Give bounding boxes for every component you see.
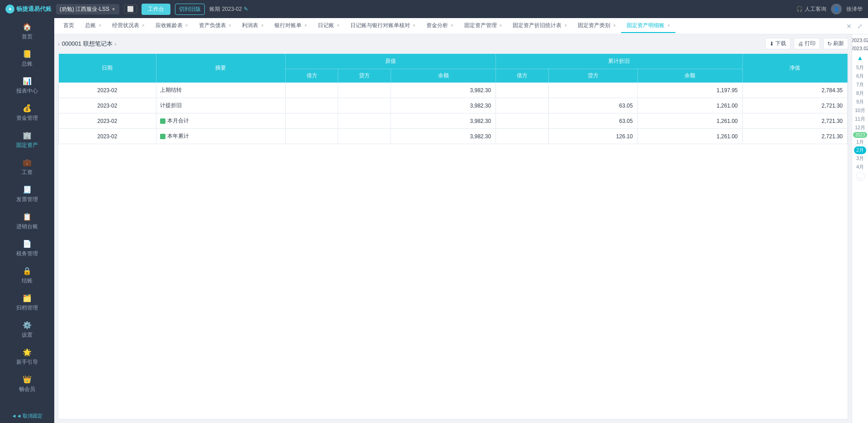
switch-version-button[interactable]: 切到旧版 <box>175 4 205 15</box>
cell-summary: 上期结转 <box>156 83 285 98</box>
tab-journal-close[interactable]: × <box>337 23 340 28</box>
user-avatar[interactable]: 👤 <box>831 4 842 14</box>
tab-ledger[interactable]: 总账 × <box>80 19 107 33</box>
tab-journal-bank-close[interactable]: × <box>413 23 415 28</box>
tab-fixed-mgmt[interactable]: 固定资产管理 × <box>459 19 508 33</box>
sidebar-label-close: 结账 <box>22 277 33 285</box>
tab-fixed-type[interactable]: 固定资产类别 × <box>572 19 621 33</box>
sidebar-item-fixed-assets[interactable]: 🏢 固定资产 <box>0 127 54 154</box>
col-accumulated-depreciation: 累计折旧 <box>496 54 743 69</box>
purchase-sales-icon: 📋 <box>23 212 32 221</box>
tab-bar-controls: ✕ ⤢ <box>844 22 864 31</box>
sidebar-item-home[interactable]: 🏠 首页 <box>0 18 54 45</box>
sidebar-item-reports[interactable]: 📊 报表中心 <box>0 72 54 99</box>
tab-fixed-mgmt-close[interactable]: × <box>500 23 502 28</box>
month-6[interactable]: 6月 <box>856 72 864 80</box>
cell-accum-balance: 1,261.00 <box>637 113 742 129</box>
month-11[interactable]: 11月 <box>855 115 865 123</box>
download-button[interactable]: ⬇ 下载 <box>765 38 790 49</box>
tab-fixed-type-close[interactable]: × <box>613 23 616 28</box>
tab-receivables-close[interactable]: × <box>185 23 188 28</box>
tab-fixed-type-label: 固定资产类别 <box>578 22 610 29</box>
tab-bar: 首页 总账 × 经营状况表 × 应收账龄表 × 资产负债表 × 利润表 × <box>54 18 868 34</box>
sidebar-item-archive[interactable]: 🗂️ 归档管理 <box>0 289 54 316</box>
month-3[interactable]: 3月 <box>856 154 864 163</box>
company-selector[interactable]: (劝勉) 江西服业-LSS ▼ <box>56 4 119 14</box>
tab-fixed-detail-close[interactable]: × <box>667 23 670 28</box>
workbench-button[interactable]: 工作台 <box>142 4 170 15</box>
tab-fixed-depr[interactable]: 固定资产折旧统计表 × <box>507 19 572 33</box>
tab-profit[interactable]: 利润表 × <box>236 19 269 33</box>
period-edit-icon[interactable]: ✎ <box>244 6 248 12</box>
sidebar-item-purchase-sales[interactable]: 📋 进销台账 <box>0 208 54 235</box>
sidebar-item-ledger[interactable]: 📒 总账 <box>0 45 54 72</box>
month-8[interactable]: 8月 <box>856 89 864 98</box>
tab-funds-analysis-label: 资金分析 <box>426 22 448 29</box>
tab-fixed-depr-close[interactable]: × <box>564 23 567 28</box>
sidebar-item-funds[interactable]: 💰 资金管理 <box>0 99 54 127</box>
refresh-button[interactable]: ↻ 刷新 <box>823 38 848 49</box>
service-label: 人工客询 <box>805 5 826 13</box>
tab-fixed-mgmt-label: 固定资产管理 <box>464 22 497 29</box>
month-10[interactable]: 10月 <box>855 106 865 115</box>
cell-orig-credit <box>338 83 391 98</box>
more-options-button[interactable]: … <box>856 172 865 181</box>
sidebar-item-settings[interactable]: ⚙️ 设置 <box>0 316 54 343</box>
ledger-icon: 📒 <box>23 50 32 58</box>
tab-funds-analysis-close[interactable]: × <box>451 23 453 28</box>
year-label-1[interactable]: 2023.02 <box>852 36 868 44</box>
cell-accum-debit <box>496 83 549 98</box>
tab-receivables[interactable]: 应收账龄表 × <box>150 19 193 33</box>
tab-close-all-icon[interactable]: ✕ <box>844 22 854 31</box>
tab-fixed-detail[interactable]: 固定资产明细账 × <box>621 19 675 33</box>
year-label-2[interactable]: 2023.02 <box>852 44 868 52</box>
username[interactable]: 徐泽华 <box>846 5 863 13</box>
month-7[interactable]: 7月 <box>856 80 864 89</box>
sidebar-item-close[interactable]: 🔒 结账 <box>0 262 54 289</box>
tab-home[interactable]: 首页 <box>58 19 80 33</box>
tab-balance[interactable]: 资产负债表 × <box>193 19 237 33</box>
sidebar-pin-toggle[interactable]: ◄◄ 取消固定 <box>0 409 54 423</box>
sidebar-item-member[interactable]: 👑 畅会员 <box>0 371 54 398</box>
prev-asset-button[interactable]: ‹ <box>58 40 60 47</box>
cell-net-value: 2,721.30 <box>742 98 847 113</box>
tab-expand-icon[interactable]: ⤢ <box>855 22 864 31</box>
tab-balance-close[interactable]: × <box>229 23 231 28</box>
month-1[interactable]: 1月 <box>856 138 864 146</box>
month-12[interactable]: 12月 <box>855 123 865 132</box>
sidebar-label-tax: 税务管理 <box>16 250 38 258</box>
scroll-up-icon[interactable]: ▲ <box>855 52 865 63</box>
sidebar-item-guide[interactable]: 🌟 新手引导 <box>0 343 54 371</box>
asset-detail-table-wrapper: 日期 摘要 原值 累计折旧 净值 借方 贷方 余额 借方 <box>58 53 848 419</box>
invoice-icon: 🧾 <box>23 185 32 194</box>
next-asset-button[interactable]: › <box>114 40 117 47</box>
tab-journal-bank[interactable]: 日记账与银行对账单核对 × <box>345 19 421 33</box>
sidebar-item-tax[interactable]: 📄 税务管理 <box>0 235 54 262</box>
sidebar-item-invoice[interactable]: 🧾 发票管理 <box>0 181 54 208</box>
tab-bank-statement-close[interactable]: × <box>304 23 307 28</box>
settings-icon: ⚙️ <box>23 321 32 329</box>
copy-button[interactable]: ⬜ <box>124 5 137 14</box>
tab-bank-statement[interactable]: 银行对账单 × <box>269 19 312 33</box>
col-accum-debit: 借方 <box>496 69 549 83</box>
period-value: 2023-02 <box>222 6 242 12</box>
tab-funds-analysis[interactable]: 资金分析 × <box>421 19 459 33</box>
sidebar-item-payroll[interactable]: 💼 工资 <box>0 154 54 181</box>
month-9[interactable]: 9月 <box>856 98 864 106</box>
tab-bank-statement-label: 银行对账单 <box>274 22 302 29</box>
tab-operations[interactable]: 经营状况表 × <box>107 19 150 33</box>
cell-accum-debit <box>496 129 549 144</box>
user-service[interactable]: 🎧 人工客询 <box>796 5 826 13</box>
print-button[interactable]: 🖨 打印 <box>794 38 820 49</box>
month-2-active[interactable]: 2月 <box>854 146 866 154</box>
tab-operations-close[interactable]: × <box>142 23 145 28</box>
tab-profit-close[interactable]: × <box>261 23 264 28</box>
month-5[interactable]: 5月 <box>856 63 864 72</box>
tab-ledger-close[interactable]: × <box>99 23 101 28</box>
tab-operations-label: 经营状况表 <box>112 22 139 29</box>
month-4[interactable]: 4月 <box>856 163 864 171</box>
tab-journal[interactable]: 日记账 × <box>312 19 345 33</box>
cell-accum-credit: 63.05 <box>548 98 637 113</box>
table-row: 2023-02 本年累计 3,982.30 126.10 1,261.00 2,… <box>59 129 848 144</box>
cell-date: 2023-02 <box>59 129 156 144</box>
